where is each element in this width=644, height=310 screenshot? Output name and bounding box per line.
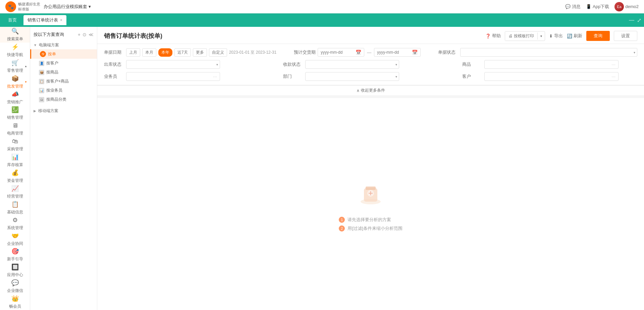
sidebar-item-ecommerce[interactable]: 🖥 电商管理 (0, 121, 30, 137)
sidebar-item-apps[interactable]: 🔲 应用中心 (0, 263, 30, 278)
date-this-month-btn[interactable]: 本月 (142, 48, 156, 57)
refresh-button[interactable]: 🔄 刷新 (567, 33, 582, 39)
add-scheme-icon[interactable]: + (78, 32, 80, 37)
content-area: 按以下方案查询 + ⊙ ≪ ▼ 电脑端方案 按 按单 👤 按客 (30, 27, 644, 310)
scheme-item-by-order[interactable]: 按 按单 (30, 49, 97, 59)
payment-status-select[interactable] (305, 60, 399, 69)
mobile-group-arrow-icon: ▶ (34, 109, 36, 113)
expected-date-end-input[interactable] (377, 50, 411, 55)
tab-home[interactable]: 首页 (3, 15, 22, 25)
expected-date-start[interactable]: 📅 (318, 48, 364, 57)
sidebar-item-search[interactable]: 🔍 搜索菜单 (0, 27, 30, 43)
refresh-icon: 🔄 (567, 34, 572, 39)
date-more-btn[interactable]: 更多 (193, 48, 207, 57)
message-icon: 💬 (565, 4, 571, 9)
payment-status-label: 收款状态 (283, 61, 303, 67)
filter-row-2: 出库状态 ▾ 收款状态 (104, 60, 637, 69)
app-download-button[interactable]: 📱 App下载 (586, 4, 609, 10)
sidebar-item-base[interactable]: 📋 基础信息 (0, 200, 30, 216)
product-field[interactable]: ··· (484, 60, 619, 69)
sidebar-item-inventory[interactable]: 📊 库存核算 (0, 153, 30, 168)
product-label: 商品 (462, 61, 482, 67)
salesman-more-icon[interactable]: ··· (213, 74, 217, 79)
customer-more-icon[interactable]: ··· (611, 74, 615, 79)
customer-label: 客户 (462, 73, 482, 80)
empty-tips: 1 请先选择要分析的方案 2 用[过滤]条件来缩小分析范围 (339, 217, 402, 231)
scheme-item-by-salesman[interactable]: 📊 按业务员 (30, 86, 97, 95)
date-last7-btn[interactable]: 近7天 (174, 48, 191, 57)
collapse-filters-button[interactable]: ∧ 收起更多条件 (97, 85, 644, 95)
sidebar-item-collab[interactable]: 🤝 企业协同 (0, 231, 30, 247)
tab-bar-right: — ⤢ (629, 17, 641, 23)
sidebar-item-marketing[interactable]: 📣 营销推广 (0, 90, 30, 106)
sidebar-item-system[interactable]: ⚙ 系统管理 (0, 216, 30, 231)
expected-date-end[interactable]: 📅 (374, 48, 421, 57)
scheme-item-by-product[interactable]: 📦 按商品 (30, 68, 97, 77)
tab-minimize-button[interactable]: — (629, 17, 634, 23)
sidebar-item-wholesale[interactable]: 📦 批发管理 (0, 74, 30, 90)
calendar-end-icon: 📅 (412, 50, 418, 55)
sidebar-item-purchase[interactable]: 🛍 采购管理 (0, 137, 30, 153)
by-cp-icon: 📋 (39, 79, 44, 84)
payment-status-select-wrapper: ▾ (305, 60, 399, 69)
settings-button[interactable]: 设置 (614, 31, 637, 41)
collab-icon: 🤝 (11, 232, 19, 240)
tab-close-icon[interactable]: × (60, 18, 62, 22)
query-button[interactable]: 查询 (586, 31, 610, 41)
sidebar-item-retail[interactable]: 🛒 零售管理 (0, 58, 30, 74)
right-panel: 销售订单统计表(按单) ❓ 帮助 🖨 按模板打印 ▾ ⬇ (97, 27, 644, 310)
finance-icon: 💰 (11, 169, 19, 176)
wechat-icon: 💬 (11, 279, 19, 287)
out-status-select[interactable] (126, 60, 220, 69)
sidebar-item-sales[interactable]: 💹 销售管理 (0, 105, 30, 121)
scheme-item-by-customer[interactable]: 👤 按客户 (30, 59, 97, 68)
logo-text: 畅捷通好生意 标准版 (18, 2, 40, 11)
print-button[interactable]: 🖨 按模板打印 (505, 32, 537, 41)
top-bar-right: 💬 消息 📱 App下载 Ea demo2 (565, 2, 639, 11)
sidebar-item-shortcut[interactable]: ⚡ 快捷导航 (0, 43, 30, 58)
empty-state: 1 请先选择要分析的方案 2 用[过滤]条件来缩小分析范围 (97, 98, 644, 310)
sidebar: 🔍 搜索菜单 ⚡ 快捷导航 🛒 零售管理 📦 批发管理 📣 营销推广 💹 销售管… (0, 27, 30, 310)
date-custom-btn[interactable]: 自定义 (209, 48, 227, 57)
by-category-icon: 🗂 (39, 97, 44, 102)
help-button[interactable]: ❓ 帮助 (485, 33, 501, 39)
product-more-icon[interactable]: ··· (611, 62, 615, 67)
sidebar-item-wechat[interactable]: 💬 企业微信 (0, 278, 30, 294)
tab-maximize-button[interactable]: ⤢ (637, 17, 641, 23)
message-button[interactable]: 💬 消息 (565, 4, 581, 10)
department-block: 部门 ▾ (283, 72, 458, 81)
scheme-item-by-category[interactable]: 🗂 按商品分类 (30, 95, 97, 104)
app-title[interactable]: 办公用品行业模拟账套 ▾ (44, 4, 91, 10)
mobile-scheme-header[interactable]: ▶ 移动端方案 (30, 107, 97, 115)
filter-area: 单据日期 上月 本月 本年 近7天 更多 自定义 2023-01-01 至 20… (97, 44, 644, 85)
bill-status-select[interactable] (460, 48, 637, 57)
sidebar-item-member[interactable]: 👑 畅会员 (0, 294, 30, 310)
collapse-panel-icon[interactable]: ≪ (89, 32, 94, 37)
scheme-item-by-customer-product[interactable]: 📋 按客户+商品 (30, 77, 97, 86)
date-label: 单据日期 (104, 49, 124, 55)
edit-scheme-icon[interactable]: ⊙ (83, 32, 87, 37)
sidebar-item-management[interactable]: 📈 经营管理 (0, 184, 30, 200)
print-icon: 🖨 (508, 34, 513, 38)
product-filter-block: 商品 ··· (462, 60, 637, 69)
apps-icon: 🔲 (11, 263, 19, 271)
tab-sales-order[interactable]: 销售订单统计表 × (23, 15, 66, 25)
date-filter-block: 单据日期 上月 本月 本年 近7天 更多 自定义 2023-01-01 至 20… (104, 48, 276, 57)
date-last-month-btn[interactable]: 上月 (126, 48, 140, 57)
date-this-year-btn[interactable]: 本年 (158, 48, 172, 57)
by-salesman-icon: 📊 (39, 88, 44, 93)
pc-group-arrow-icon: ▼ (34, 43, 37, 47)
pc-scheme-header[interactable]: ▼ 电脑端方案 (30, 41, 97, 49)
left-panel: 按以下方案查询 + ⊙ ≪ ▼ 电脑端方案 按 按单 👤 按客 (30, 27, 97, 310)
calendar-start-icon: 📅 (356, 50, 361, 55)
shortcut-icon: ⚡ (11, 43, 19, 51)
department-select[interactable] (305, 72, 399, 81)
print-arrow-button[interactable]: ▾ (537, 33, 545, 40)
salesman-field[interactable]: ··· (126, 72, 220, 81)
sidebar-item-guide[interactable]: 🎯 新手引导 (0, 247, 30, 263)
export-button[interactable]: ⬇ 导出 (549, 33, 563, 39)
user-menu[interactable]: Ea demo2 (614, 2, 639, 11)
sidebar-item-finance[interactable]: 💰 资金管理 (0, 168, 30, 184)
customer-field[interactable]: ··· (484, 72, 619, 81)
expected-date-start-input[interactable] (321, 50, 354, 55)
